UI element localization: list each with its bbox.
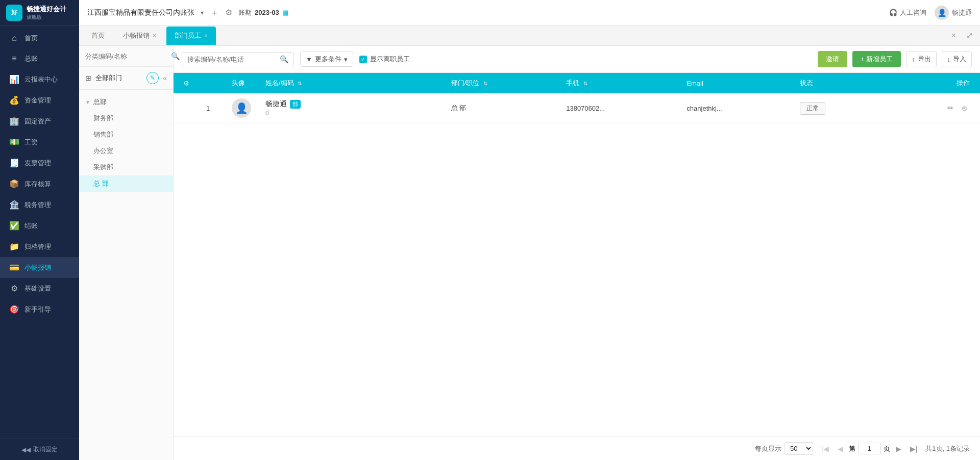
row-dept: 总 部 bbox=[444, 93, 559, 123]
status-badge: 正常 bbox=[800, 102, 825, 115]
sidebar-item-inventory[interactable]: 📦 库存核算 bbox=[0, 173, 79, 194]
sidebar-item-funds[interactable]: 💰 资金管理 bbox=[0, 90, 79, 111]
sidebar-item-reports[interactable]: 📊 云报表中心 bbox=[0, 69, 79, 90]
dept-search-input[interactable] bbox=[85, 53, 171, 60]
col-phone[interactable]: 手机 ⇅ bbox=[559, 73, 679, 93]
first-page-button[interactable]: |◀ bbox=[818, 443, 832, 454]
avatar: 👤 bbox=[232, 98, 251, 118]
avatar: 👤 bbox=[935, 6, 949, 20]
export-icon: ↑ bbox=[912, 56, 915, 63]
tax-icon: 🏦 bbox=[9, 200, 19, 210]
dept-group-hq-header[interactable]: ▼ 总部 bbox=[79, 94, 173, 110]
close-expense-tab[interactable]: × bbox=[153, 32, 156, 39]
row-name-code: 畅捷通 部 0 bbox=[258, 93, 444, 123]
import-button[interactable]: ↓ 导入 bbox=[942, 51, 972, 67]
sidebar-item-archive[interactable]: 📁 归档管理 bbox=[0, 236, 79, 257]
sidebar-item-tax[interactable]: 🏦 税务管理 bbox=[0, 194, 79, 215]
edit-employee-button[interactable]: ✏ bbox=[944, 103, 957, 114]
add-employee-button[interactable]: + 新增员工 bbox=[852, 51, 901, 67]
company-dropdown-button[interactable]: ▾ bbox=[201, 9, 204, 16]
dept-group-hq-label: 总部 bbox=[93, 97, 107, 107]
table-header-row: ⚙ 头像 姓名/编码 ⇅ 部门/职位 ⇅ bbox=[174, 73, 980, 93]
col-settings[interactable]: ⚙ bbox=[174, 73, 199, 93]
export-button[interactable]: ↑ 导出 bbox=[906, 51, 937, 67]
employee-search-input[interactable] bbox=[187, 56, 277, 63]
calendar-icon[interactable]: ▦ bbox=[282, 9, 288, 16]
add-company-button[interactable]: ＋ bbox=[210, 8, 219, 17]
last-page-button[interactable]: ▶| bbox=[907, 443, 921, 454]
sidebar-item-expense[interactable]: 💳 小畅报销 bbox=[0, 257, 79, 278]
logo-text: 畅捷通好会计 旗舰版 bbox=[27, 5, 66, 21]
topbar: 江西服宝精品有限责任公司内账张 ▾ ＋ ⚙ 账期 2023-03 ▦ 🎧 人工咨… bbox=[79, 0, 980, 25]
invite-button[interactable]: 邀请 bbox=[818, 51, 847, 67]
archive-icon: 📁 bbox=[9, 242, 19, 251]
closing-icon: ✅ bbox=[9, 221, 19, 231]
dept-badge: 部 bbox=[290, 100, 301, 109]
employee-table-container: ⚙ 头像 姓名/编码 ⇅ 部门/职位 ⇅ bbox=[174, 73, 980, 437]
tab-expense[interactable]: 小畅报销 × bbox=[115, 27, 164, 45]
dept-edit-button[interactable]: ✎ bbox=[146, 72, 159, 84]
logout-employee-button[interactable]: ⎋ bbox=[959, 103, 970, 113]
user-info[interactable]: 👤 畅捷通 bbox=[935, 6, 972, 20]
dept-item-sales[interactable]: 销售部 bbox=[79, 126, 173, 143]
row-index: 1 bbox=[199, 93, 225, 123]
sidebar-item-ledger[interactable]: ≡ 总账 bbox=[0, 48, 79, 69]
toolbar-right: 邀请 + 新增员工 ↑ 导出 ↓ 导入 bbox=[818, 51, 972, 67]
consulting-button[interactable]: 🎧 人工咨询 bbox=[889, 8, 926, 17]
next-page-button[interactable]: ▶ bbox=[893, 443, 904, 454]
sidebar-item-settings[interactable]: ⚙ 基础设置 bbox=[0, 278, 79, 299]
row-status: 正常 bbox=[793, 93, 883, 123]
row-phone: 138070602... bbox=[559, 93, 679, 123]
account-period: 账期 2023-03 ▦ bbox=[238, 8, 288, 17]
page-nav: |◀ ◀ 第 页 ▶ ▶| bbox=[818, 443, 920, 454]
close-dept-tab[interactable]: × bbox=[204, 32, 208, 39]
sidebar-item-payroll[interactable]: 💵 工资 bbox=[0, 132, 79, 152]
dept-item-finance[interactable]: 财务部 bbox=[79, 110, 173, 126]
funds-icon: 💰 bbox=[9, 95, 19, 105]
search-icon[interactable]: 🔍 bbox=[280, 55, 288, 63]
prev-page-button[interactable]: ◀ bbox=[835, 443, 846, 454]
sidebar-item-closing[interactable]: ✅ 结账 bbox=[0, 215, 79, 236]
invoice-icon: 🧾 bbox=[9, 158, 19, 168]
settings-icon: ⚙ bbox=[9, 284, 19, 293]
sidebar-item-invoice[interactable]: 🧾 发票管理 bbox=[0, 152, 79, 173]
ledger-icon: ≡ bbox=[9, 54, 19, 63]
filter-button[interactable]: ▼ 更多条件 ▾ bbox=[300, 52, 353, 67]
col-email: Email bbox=[679, 73, 792, 93]
row-ops: ✏ ⎋ bbox=[883, 93, 980, 123]
right-panel: 🔍 ▼ 更多条件 ▾ ✓ 显示离职员工 邀请 + 新增员工 ↑ 导出 bbox=[174, 46, 980, 460]
company-name: 江西服宝精品有限责任公司内账张 bbox=[87, 8, 194, 17]
sidebar: 好 畅捷通好会计 旗舰版 ⌂ 首页 ≡ 总账 📊 云报表中心 💰 资金管理 🏢 … bbox=[0, 0, 79, 460]
cancel-pin-button[interactable]: ◀◀ 取消固定 bbox=[0, 439, 79, 460]
maximize-tab-button[interactable]: ⤢ bbox=[963, 30, 976, 41]
col-name[interactable]: 姓名/编码 ⇅ bbox=[258, 73, 444, 93]
per-page-selector: 每页显示 50 100 200 bbox=[755, 442, 813, 455]
table-row: 1 👤 畅捷通 部 0 总 部 bbox=[174, 93, 980, 123]
inventory-icon: 📦 bbox=[9, 179, 19, 189]
show-resigned-toggle[interactable]: ✓ 显示离职员工 bbox=[359, 55, 410, 64]
show-resigned-checkbox[interactable]: ✓ bbox=[359, 56, 367, 63]
sidebar-item-assets[interactable]: 🏢 固定资产 bbox=[0, 111, 79, 132]
close-tab-button[interactable]: × bbox=[948, 30, 959, 41]
dept-item-office[interactable]: 办公室 bbox=[79, 143, 173, 159]
employee-toolbar: 🔍 ▼ 更多条件 ▾ ✓ 显示离职员工 邀请 + 新增员工 ↑ 导出 bbox=[174, 46, 980, 73]
tab-bar: 首页 小畅报销 × 部门员工 × × ⤢ bbox=[79, 25, 980, 46]
grid-icon: ⊞ bbox=[85, 74, 91, 82]
sort-arrows-phone: ⇅ bbox=[583, 81, 587, 86]
company-settings-button[interactable]: ⚙ bbox=[225, 8, 232, 17]
page-number-input[interactable] bbox=[858, 443, 881, 454]
all-dept-label[interactable]: 全部部门 bbox=[95, 73, 142, 83]
content-area: 🔍 ⊞ 全部部门 ✎ « ▼ 总部 财务部 销售部 办公室 采购部 bbox=[79, 46, 980, 460]
employee-search-bar: 🔍 bbox=[182, 52, 294, 66]
dept-item-general[interactable]: 总 部 bbox=[79, 175, 173, 192]
col-dept[interactable]: 部门/职位 ⇅ bbox=[444, 73, 559, 93]
sidebar-item-home[interactable]: ⌂ 首页 bbox=[0, 28, 79, 48]
col-index bbox=[199, 73, 225, 93]
tab-home[interactable]: 首页 bbox=[83, 27, 113, 45]
dept-item-purchase[interactable]: 采购部 bbox=[79, 159, 173, 175]
sidebar-item-guide[interactable]: 🎯 新手引导 bbox=[0, 299, 79, 320]
dept-collapse-button[interactable]: « bbox=[163, 74, 167, 82]
tab-dept[interactable]: 部门员工 × bbox=[166, 27, 216, 45]
per-page-select[interactable]: 50 100 200 bbox=[785, 442, 813, 455]
pin-icon: ◀◀ bbox=[21, 446, 31, 453]
